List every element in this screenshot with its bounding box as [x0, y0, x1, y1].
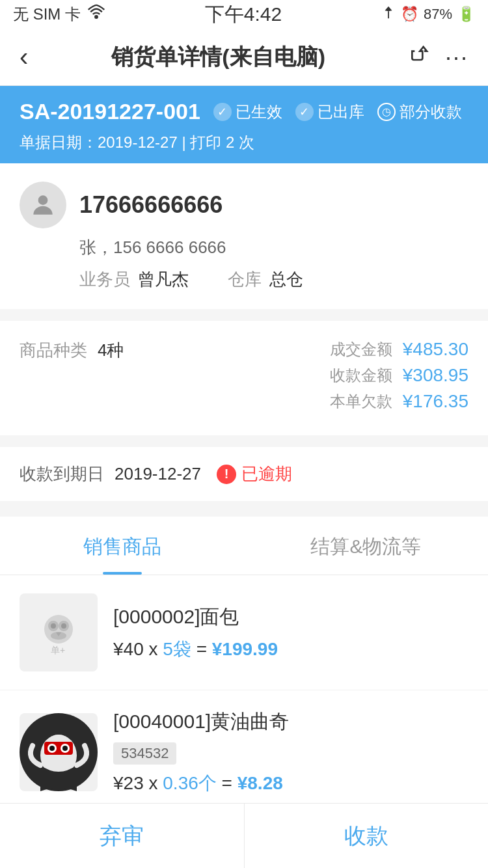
receipt-label: 收款金额	[330, 365, 392, 386]
svg-point-0	[95, 16, 98, 18]
product-list: 单+ [0000002]面包 ¥40 x 5袋 = ¥199.99	[0, 575, 488, 815]
separator-2	[0, 437, 488, 447]
product-tag-2: 534532	[113, 742, 176, 765]
time-label: 下午4:42	[205, 1, 282, 28]
product-info-1: [0000002]面包 ¥40 x 5袋 = ¥199.99	[113, 604, 468, 662]
customer-contact: 张，156 6666 6666	[79, 236, 468, 259]
warehouse-label: 仓库	[228, 268, 262, 291]
stats-section: 商品种类 4种 成交金额 ¥485.30 收款金额 ¥308.95 本单欠款 ¥…	[0, 321, 488, 435]
order-header-banner: SA-20191227-001 ✓ 已生效 ✓ 已出库 ◷ 部分收款 单据日期：…	[0, 86, 488, 163]
status-badge-shipped: ✓ 已出库	[295, 102, 364, 122]
battery-icon: 🔋	[457, 6, 475, 23]
sales-value: 曾凡杰	[138, 268, 189, 291]
nav-bar: ‹ 销货单详情(来自电脑) ···	[0, 29, 488, 86]
overdue-text: 已逾期	[241, 463, 292, 485]
product-info-2: [00040001]黄油曲奇 534532 ¥23 x 0.36个 = ¥8.2…	[113, 709, 468, 796]
product-name-2: [00040001]黄油曲奇	[113, 709, 468, 735]
back-button[interactable]: ‹	[20, 42, 28, 72]
status-badge-effective: ✓ 已生效	[213, 102, 282, 122]
due-label: 收款到期日	[20, 463, 104, 485]
tab-sales-products[interactable]: 销售商品	[0, 517, 244, 575]
svg-point-1	[38, 195, 48, 205]
svg-point-17	[62, 746, 68, 751]
warehouse-value: 总仓	[269, 268, 303, 291]
product-thumbnail-2	[20, 713, 98, 791]
tab-section: 销售商品 结算&物流等	[0, 517, 488, 575]
wifi-icon	[87, 3, 105, 25]
amount-label: 成交金额	[330, 339, 392, 360]
svg-point-5	[51, 623, 56, 629]
debt-value: ¥176.35	[403, 391, 468, 412]
location-icon	[381, 5, 396, 23]
product-price-1: ¥40 x 5袋 = ¥199.99	[113, 637, 468, 662]
bottom-action-bar: 弃审 收款	[0, 803, 488, 868]
confirm-button[interactable]: 收款	[245, 804, 489, 868]
svg-point-6	[61, 623, 66, 629]
category-label: 商品种类	[20, 339, 87, 362]
category-value: 4种	[98, 339, 124, 362]
more-icon[interactable]: ···	[445, 44, 468, 71]
overdue-badge: ! 已逾期	[217, 463, 292, 485]
receipt-value: ¥308.95	[403, 365, 468, 386]
overdue-icon: !	[217, 465, 236, 484]
tab-settlement[interactable]: 结算&物流等	[244, 517, 488, 575]
status-bar: 无 SIM 卡 下午4:42 ⏰ 87% 🔋	[0, 0, 488, 29]
check-icon-2: ✓	[295, 103, 314, 121]
avatar	[20, 182, 66, 228]
share-icon[interactable]	[409, 44, 429, 70]
status-badge-partial: ◷ 部分收款	[377, 102, 462, 122]
battery-label: 87%	[424, 6, 452, 23]
sales-label: 业务员	[79, 268, 130, 291]
separator-3	[0, 506, 488, 517]
check-icon-1: ✓	[213, 103, 232, 121]
product-name-1: [0000002]面包	[113, 604, 468, 631]
customer-meta: 业务员 曾凡杰 仓库 总仓	[79, 268, 468, 291]
carrier-label: 无 SIM 卡	[13, 4, 81, 25]
customer-id: 17666666666	[79, 191, 223, 219]
list-item: 单+ [0000002]面包 ¥40 x 5袋 = ¥199.99	[0, 575, 488, 690]
cancel-button[interactable]: 弃审	[0, 804, 245, 868]
product-price-2: ¥23 x 0.36个 = ¥8.28	[113, 771, 468, 796]
svg-point-16	[49, 746, 55, 751]
list-item: [00040001]黄油曲奇 534532 ¥23 x 0.36个 = ¥8.2…	[0, 690, 488, 815]
separator-1	[0, 310, 488, 321]
clock-icon: ◷	[377, 103, 396, 121]
product-thumbnail-1: 单+	[20, 593, 98, 671]
customer-section: 17666666666 张，156 6666 6666 业务员 曾凡杰 仓库 总…	[0, 163, 488, 309]
alarm-icon: ⏰	[401, 6, 418, 23]
due-section: 收款到期日 2019-12-27 ! 已逾期	[0, 447, 488, 501]
svg-text:单+: 单+	[51, 645, 65, 655]
due-date: 2019-12-27	[115, 464, 201, 484]
amount-value: ¥485.30	[403, 339, 468, 360]
debt-label: 本单欠款	[330, 391, 392, 412]
order-id: SA-20191227-001	[20, 99, 200, 124]
order-date-info: 单据日期：2019-12-27 | 打印 2 次	[20, 132, 468, 153]
nav-title: 销货单详情(来自电脑)	[111, 42, 325, 72]
